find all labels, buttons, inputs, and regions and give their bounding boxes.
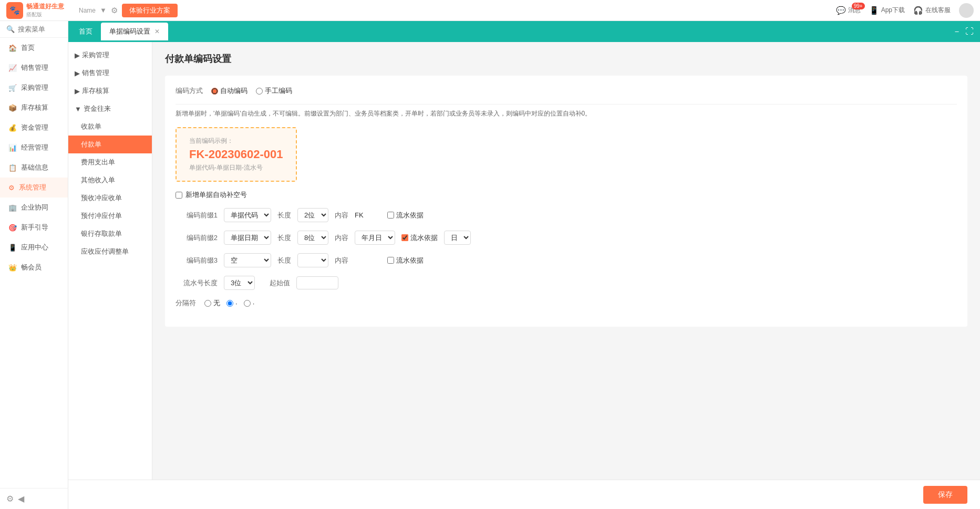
purchase-icon: 🛒 [8, 84, 17, 92]
prefix2-serial-check[interactable]: 流水依据 [401, 233, 438, 243]
sec-item-advance-receivable[interactable]: 预收冲应收单 [68, 189, 152, 207]
sec-item-other-income[interactable]: 其他收入单 [68, 171, 152, 189]
sidebar-item-label: 系统管理 [19, 183, 46, 192]
download-icon-group[interactable]: 📱 App下载 [869, 6, 905, 15]
prefix1-length-select[interactable]: 2位 4位 6位 8位 [297, 208, 328, 222]
sec-group-sales-title[interactable]: ▶ 销售管理 [68, 64, 152, 82]
tab-bar-right: － ⛶ [953, 26, 978, 37]
sidebar-item-label: 畅会员 [21, 263, 42, 272]
tab-close-icon[interactable]: ✕ [154, 28, 160, 35]
app-logo: 🐾 畅通道好生意 搭配版 [6, 2, 75, 19]
sidebar-search-bar[interactable]: 🔍 [0, 21, 68, 38]
sidebar-item-purchase[interactable]: 🛒 采购管理 [0, 78, 68, 98]
auto-code-radio[interactable]: 自动编码 [211, 86, 247, 96]
sidebar-item-home[interactable]: 🏠 首页 [0, 38, 68, 58]
prefix2-content-select[interactable]: 年月日 年月 年 [355, 231, 395, 245]
member-icon: 👑 [8, 264, 17, 272]
app-name: 畅通道好生意 [26, 2, 64, 11]
operations-icon: 📊 [8, 144, 17, 152]
sidebar-item-inventory[interactable]: 📦 库存核算 [0, 98, 68, 118]
download-label: App下载 [881, 6, 905, 15]
settings-gear-icon[interactable]: ⚙ [111, 6, 118, 15]
tab-encoding-label: 单据编码设置 [109, 27, 150, 36]
sidebar-item-member[interactable]: 👑 畅会员 [0, 257, 68, 277]
sidebar-item-enterprise[interactable]: 🏢 企业协同 [0, 198, 68, 217]
prefix3-select[interactable]: 单据代码 单据日期 部门 业务员 空 [224, 253, 271, 267]
message-icon-group[interactable]: 💬 消息 99+ [836, 6, 861, 15]
left-sidebar: 🔍 🏠 首页 📈 销售管理 🛒 采购管理 📦 库存核算 💰 资金管理 📊 经营管… [0, 21, 68, 509]
sec-group-purchase: ▶ 采购管理 [68, 46, 152, 64]
dropdown-arrow[interactable]: ▼ [100, 6, 107, 14]
prefix1-serial-check[interactable]: 流水依据 [387, 211, 424, 220]
chevron-down-icon: ▼ [75, 105, 81, 113]
service-label: 在线客服 [925, 6, 951, 15]
encoding-mode-label: 编码方式 [176, 86, 203, 96]
sec-item-bank[interactable]: 银行存取款单 [68, 225, 152, 243]
serial-length-select[interactable]: 3位 4位 5位 6位 [224, 276, 255, 290]
sec-item-expense[interactable]: 费用支出单 [68, 153, 152, 171]
sep-none-radio[interactable]: 无 [204, 298, 220, 308]
chevron-right-icon: ▶ [75, 69, 80, 77]
preview-label: 当前编码示例： [189, 137, 283, 146]
sec-item-adjustment[interactable]: 应收应付调整单 [68, 243, 152, 261]
sidebar-item-label: 应用中心 [21, 243, 48, 252]
settings-bottom-icon[interactable]: ⚙ [6, 494, 14, 504]
prefix2-row: 编码前缀2 单据代码 单据日期 部门 业务员 空 长度 2位 4位 6位 [176, 231, 957, 245]
prefix2-select[interactable]: 单据代码 单据日期 部门 业务员 空 [224, 231, 271, 245]
prefix3-length-select[interactable]: 2位 4位 [297, 253, 328, 267]
sec-item-payment[interactable]: 付款单 [68, 136, 152, 153]
message-badge: 99+ [852, 3, 865, 9]
sidebar-item-label: 采购管理 [21, 83, 48, 92]
sidebar-item-label: 销售管理 [21, 63, 48, 72]
sidebar-item-sales[interactable]: 📈 销售管理 [0, 58, 68, 78]
prefix2-length-select[interactable]: 2位 4位 6位 8位 [297, 231, 328, 245]
prefix2-content-label: 内容 [335, 233, 348, 243]
tab-home-label: 首页 [79, 27, 92, 36]
sidebar-item-label: 企业协同 [21, 203, 48, 212]
manual-code-radio[interactable]: 手工编码 [256, 86, 292, 96]
sep-dot-radio[interactable]: · [226, 299, 238, 307]
sidebar-item-label: 经营管理 [21, 143, 48, 152]
separator-row: 分隔符 无 · · [176, 298, 957, 308]
prefix1-select[interactable]: 单据代码 单据日期 部门 业务员 空 [224, 208, 271, 222]
secondary-sidebar: ▶ 采购管理 ▶ 销售管理 ▶ 库存核算 [68, 42, 152, 480]
sep-dot2-radio[interactable]: · [244, 299, 255, 307]
prefix2-label: 编码前缀2 [176, 233, 218, 243]
finance-icon: 💰 [8, 124, 17, 132]
sidebar-item-operations[interactable]: 📊 经营管理 [0, 138, 68, 158]
prefix2-serial-period-select[interactable]: 日 月 年 [444, 231, 471, 245]
collapse-icon[interactable]: ◀ [18, 494, 24, 504]
sidebar-item-system[interactable]: ⚙ 系统管理 [0, 178, 68, 198]
separator-label: 分隔符 [176, 298, 196, 308]
service-icon-group[interactable]: 🎧 在线客服 [913, 6, 951, 15]
sec-item-receipt[interactable]: 收款单 [68, 118, 152, 136]
sec-item-advance-payable[interactable]: 预付冲应付单 [68, 207, 152, 225]
tab-home[interactable]: 首页 [70, 23, 101, 40]
sec-group-capital-title[interactable]: ▼ 资金往来 [68, 100, 152, 118]
sec-group-inventory-title[interactable]: ▶ 库存核算 [68, 82, 152, 100]
sec-group-capital: ▼ 资金往来 收款单 付款单 费用支出单 其他收入单 预收冲应收单 预付冲应付单… [68, 100, 152, 261]
prefix1-row: 编码前缀1 单据代码 单据日期 部门 业务员 空 长度 2位 4位 6位 [176, 208, 957, 222]
guide-icon: 🎯 [8, 224, 17, 232]
promo-button[interactable]: 体验行业方案 [122, 4, 178, 17]
sidebar-item-finance[interactable]: 💰 资金管理 [0, 118, 68, 138]
tab-minimize-icon[interactable]: － [953, 26, 961, 37]
tab-encoding[interactable]: 单据编码设置 ✕ [101, 23, 168, 40]
sidebar-item-label: 首页 [21, 43, 35, 53]
user-avatar[interactable] [959, 3, 974, 18]
prefix1-length-label: 长度 [277, 211, 291, 220]
sidebar-item-apps[interactable]: 📱 应用中心 [0, 237, 68, 257]
save-button[interactable]: 保存 [923, 486, 967, 504]
tab-expand-icon[interactable]: ⛶ [965, 27, 974, 36]
start-value-input[interactable]: 1 [296, 276, 338, 289]
sidebar-item-basic[interactable]: 📋 基础信息 [0, 158, 68, 178]
preview-code: FK-20230602-001 [189, 148, 283, 161]
prefix1-label: 编码前缀1 [176, 211, 218, 220]
search-input[interactable] [18, 25, 68, 33]
prefix2-length-label: 长度 [277, 233, 291, 243]
new-auto-fill-checkbox[interactable]: 新增单据自动补空号 [176, 190, 957, 200]
sec-group-purchase-title[interactable]: ▶ 采购管理 [68, 46, 152, 64]
prefix3-serial-check[interactable]: 流水依据 [387, 256, 424, 265]
sidebar-item-guide[interactable]: 🎯 新手引导 [0, 217, 68, 237]
encoding-mode-row: 编码方式 自动编码 手工编码 [176, 86, 957, 96]
